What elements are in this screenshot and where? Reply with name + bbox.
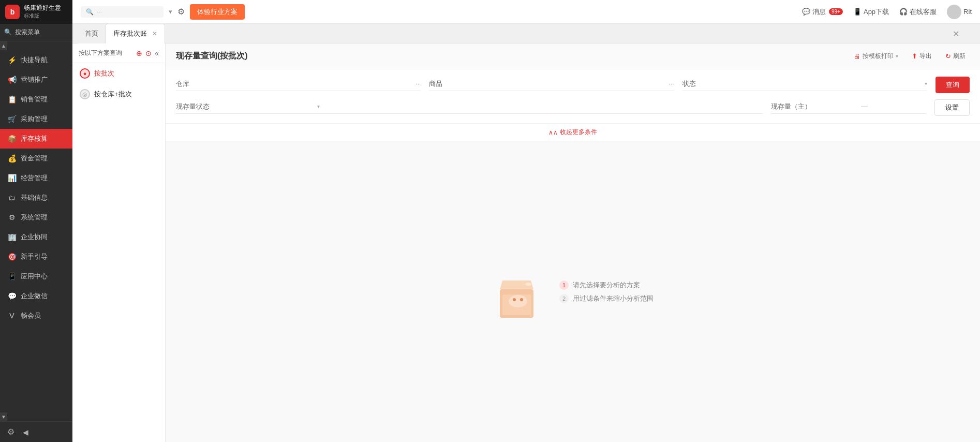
sidebar-scroll-down[interactable]: ▼ <box>0 412 7 421</box>
trial-button[interactable]: 体验行业方案 <box>190 4 245 20</box>
topbar-chevron-icon[interactable]: ▾ <box>169 8 172 16</box>
user-menu[interactable]: Rit <box>947 5 972 19</box>
empty-hint-1: 1 请先选择要分析的方案 <box>559 281 654 290</box>
stock-status-filter: 现存量状态 ▾ <box>176 102 763 114</box>
messages-label: 消息 <box>812 7 826 17</box>
tab-inventory-batch[interactable]: 库存批次账 ✕ <box>106 24 165 43</box>
item-label-by-batch: 按批次 <box>94 69 114 78</box>
sidebar-item-system[interactable]: ⚙ 系统管理 <box>0 208 72 227</box>
sidebar-item-basic[interactable]: 🗂 基础信息 <box>0 188 72 208</box>
item-label-by-warehouse-batch: 按仓库+批次 <box>94 90 132 99</box>
app-download-label: App下载 <box>864 7 889 17</box>
empty-illustration <box>492 266 544 318</box>
nav-label-enterprise: 企业协同 <box>21 232 48 242</box>
topbar-gear-icon[interactable]: ⚙ <box>177 7 185 17</box>
export-btn[interactable]: ⬆ 导出 <box>908 50 936 63</box>
left-panel-item-by-warehouse-batch[interactable]: ◎ 按仓库+批次 <box>72 84 165 105</box>
hint-num-2: 2 <box>559 294 569 303</box>
nav-label-system: 系统管理 <box>21 213 48 222</box>
page-title: 现存量查询(按批次) <box>176 51 248 62</box>
refresh-label: 刷新 <box>953 52 966 61</box>
sidebar-item-quick-nav[interactable]: ⚡ 快捷导航 <box>0 50 72 70</box>
settings-icon[interactable]: ⚙ <box>7 427 14 437</box>
goods-label: 商品 <box>429 79 442 89</box>
nav-label-finance: 资金管理 <box>21 154 48 163</box>
left-panel-actions: ⊕ ⊙ « <box>136 49 159 57</box>
sidebar: b 畅康通好生意 标准版 🔍 搜索菜单 ▲ ⚡ 快捷导航 📢 营销推广 📋 销售… <box>0 0 72 442</box>
left-panel-header: 按以下方案查询 ⊕ ⊙ « <box>72 43 165 63</box>
page-actions: 🖨 按模板打印 ▾ ⬆ 导出 ↻ 刷新 <box>850 50 970 63</box>
nav-items-container: ⚡ 快捷导航 📢 营销推广 📋 销售管理 🛒 采购管理 📦 库存核算 💰 资金管… <box>0 50 72 326</box>
sidebar-header: b 畅康通好生意 标准版 <box>0 0 72 24</box>
collapse-up-icon: ∧∧ <box>548 129 558 136</box>
right-panel: 现存量查询(按批次) 🖨 按模板打印 ▾ ⬆ 导出 ↻ 刷新 <box>166 43 980 442</box>
left-panel-item-by-batch[interactable]: ● 按批次 <box>72 63 165 84</box>
sidebar-item-vip[interactable]: V 畅会员 <box>0 306 72 326</box>
nav-icon-sales: 📋 <box>7 95 17 104</box>
stock-status-input[interactable] <box>214 102 317 110</box>
status-input[interactable] <box>700 80 925 87</box>
sidebar-search[interactable]: 🔍 搜索菜单 <box>0 24 72 41</box>
username: Rit <box>963 8 972 16</box>
settings-button[interactable]: 设置 <box>934 99 970 116</box>
edition-label: 标准版 <box>24 12 61 20</box>
nav-icon-finance: 💰 <box>7 154 17 163</box>
sidebar-item-newguide[interactable]: 🎯 新手引导 <box>0 247 72 267</box>
warehouse-dots[interactable]: ··· <box>415 80 421 87</box>
goods-input[interactable] <box>447 80 669 87</box>
stock-qty-label: 现存量（主） <box>771 102 811 111</box>
status-dropdown-icon[interactable]: ▾ <box>925 81 927 86</box>
online-support-label: 在线客服 <box>910 7 937 17</box>
nav-label-inventory: 库存核算 <box>21 134 48 143</box>
export-label: 导出 <box>919 52 932 61</box>
online-support-btn[interactable]: 🎧 在线客服 <box>899 7 937 17</box>
item-icon-by-batch: ● <box>80 68 90 79</box>
sidebar-item-sales[interactable]: 📋 销售管理 <box>0 90 72 109</box>
tab-close-icon[interactable]: ✕ <box>152 30 157 37</box>
nav-icon-marketing: 📢 <box>7 75 17 84</box>
messages-badge: 99+ <box>829 8 843 15</box>
tab-home[interactable]: 首页 <box>78 24 106 43</box>
print-icon: 🖨 <box>854 52 860 60</box>
home-tab-label: 首页 <box>85 29 98 38</box>
empty-hint-1-text: 请先选择要分析的方案 <box>573 281 640 290</box>
nav-label-wechat: 企业微信 <box>21 291 48 301</box>
stock-qty-min-input[interactable] <box>815 102 857 110</box>
left-panel-title: 按以下方案查询 <box>79 49 122 57</box>
nav-icon-quick-nav: ⚡ <box>7 55 17 65</box>
empty-svg-illustration <box>492 266 544 323</box>
nav-label-newguide: 新手引导 <box>21 252 48 261</box>
stock-status-dropdown-icon[interactable]: ▾ <box>317 104 320 109</box>
print-btn[interactable]: 🖨 按模板打印 ▾ <box>850 50 902 63</box>
tabbar-global-close[interactable]: ✕ <box>953 28 959 38</box>
svg-point-6 <box>525 283 531 286</box>
goods-dots[interactable]: ··· <box>669 80 674 87</box>
sidebar-item-marketing[interactable]: 📢 营销推广 <box>0 70 72 90</box>
warehouse-input[interactable] <box>194 80 415 87</box>
add-icon[interactable]: ⊕ <box>136 49 142 57</box>
collapse-icon[interactable]: ◀ <box>23 428 28 436</box>
nav-icon-business: 📊 <box>7 173 17 183</box>
sidebar-scroll-up[interactable]: ▲ <box>0 41 7 50</box>
print-chevron-icon[interactable]: ▾ <box>896 53 898 59</box>
stock-qty-max-input[interactable] <box>872 102 913 110</box>
refresh-btn[interactable]: ↻ 刷新 <box>941 50 970 63</box>
sidebar-item-inventory[interactable]: 📦 库存核算 <box>0 129 72 149</box>
nav-icon-appstore: 📱 <box>7 272 17 281</box>
collapse-left-icon[interactable]: « <box>155 49 159 57</box>
sidebar-item-wechat[interactable]: 💬 企业微信 <box>0 286 72 306</box>
settings-small-icon[interactable]: ⊙ <box>145 49 152 57</box>
app-download-btn[interactable]: 📱 App下载 <box>853 7 889 17</box>
topbar-search-box[interactable]: 🔍 ··· <box>81 6 164 18</box>
sidebar-item-purchase[interactable]: 🛒 采购管理 <box>0 109 72 129</box>
sidebar-item-enterprise[interactable]: 🏢 企业协同 <box>0 227 72 247</box>
collapse-bar[interactable]: ∧∧ 收起更多条件 <box>166 124 980 141</box>
nav-icon-wechat: 💬 <box>7 291 17 301</box>
query-button[interactable]: 查询 <box>936 77 970 93</box>
sidebar-nav: ⚡ 快捷导航 📢 营销推广 📋 销售管理 🛒 采购管理 📦 库存核算 💰 资金管… <box>0 50 72 412</box>
sidebar-item-business[interactable]: 📊 经营管理 <box>0 168 72 188</box>
sidebar-item-appstore[interactable]: 📱 应用中心 <box>0 267 72 286</box>
sidebar-item-finance[interactable]: 💰 资金管理 <box>0 149 72 168</box>
messages-btn[interactable]: 💬 消息 99+ <box>802 7 843 17</box>
nav-label-quick-nav: 快捷导航 <box>21 55 48 65</box>
